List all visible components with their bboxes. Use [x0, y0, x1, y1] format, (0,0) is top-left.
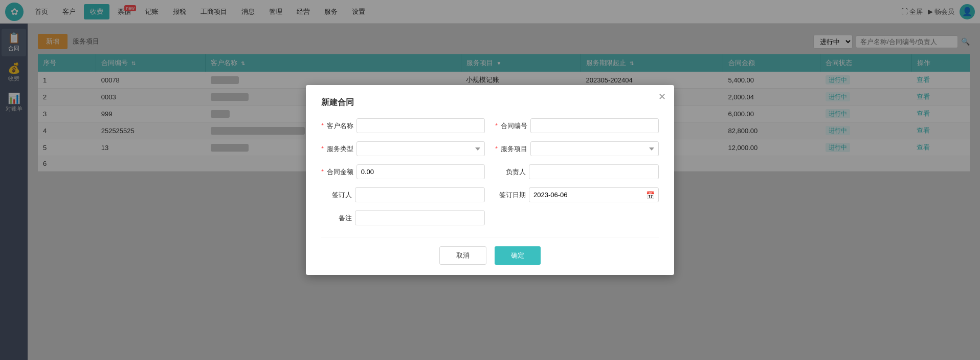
contract-no-input[interactable] [530, 118, 659, 133]
sign-date-label: 签订日期 [495, 190, 526, 200]
form-group-client: * 客户名称 [321, 118, 485, 133]
form-group-remark: 备注 [321, 210, 485, 225]
form-row-3: * 合同金额 负责人 [321, 164, 659, 179]
modal-title: 新建合同 [321, 97, 659, 108]
modal-dialog: ✕ 新建合同 * 客户名称 * 合同编号 [306, 85, 674, 275]
service-item-label: * 服务项目 [495, 144, 527, 154]
calendar-icon[interactable]: 📅 [646, 191, 655, 199]
signer-label: 签订人 [321, 190, 352, 200]
form-row-2: * 服务类型 * 服务项目 [321, 141, 659, 156]
sign-date-wrapper: 📅 [529, 187, 659, 202]
signer-input[interactable] [355, 187, 485, 202]
form-group-sign-date: 签订日期 📅 [495, 187, 659, 202]
client-label: * 客户名称 [321, 121, 353, 131]
form-row-1: * 客户名称 * 合同编号 [321, 118, 659, 133]
modal-overlay[interactable]: ✕ 新建合同 * 客户名称 * 合同编号 [0, 0, 980, 360]
responsible-label: 负责人 [495, 167, 526, 177]
form-group-service-type: * 服务类型 [321, 141, 485, 156]
amount-input[interactable] [357, 164, 485, 179]
form-group-amount: * 合同金额 [321, 164, 485, 179]
remark-input[interactable] [355, 210, 485, 225]
confirm-button[interactable]: 确定 [495, 246, 541, 265]
required-star-5: * [321, 168, 324, 176]
cancel-button[interactable]: 取消 [439, 246, 486, 265]
form-row-5: 备注 [321, 210, 659, 225]
form-group-signer: 签订人 [321, 187, 485, 202]
required-star-3: * [321, 145, 324, 153]
responsible-input[interactable] [529, 164, 659, 179]
service-type-select[interactable] [357, 141, 485, 156]
required-star-4: * [495, 145, 498, 153]
service-item-select[interactable] [530, 141, 659, 156]
form-group-service-item: * 服务项目 [495, 141, 659, 156]
form-row-4: 签订人 签订日期 📅 [321, 187, 659, 202]
service-type-label: * 服务类型 [321, 144, 353, 154]
modal-footer: 取消 确定 [321, 238, 659, 265]
required-star: * [321, 122, 324, 130]
form-group-contract-no: * 合同编号 [495, 118, 659, 133]
amount-label: * 合同金额 [321, 167, 353, 177]
remark-label: 备注 [321, 214, 352, 223]
form-group-responsible: 负责人 [495, 164, 659, 179]
contract-no-label: * 合同编号 [495, 121, 527, 131]
client-name-input[interactable] [357, 118, 485, 133]
modal-close-button[interactable]: ✕ [658, 92, 666, 101]
sign-date-input[interactable] [529, 187, 659, 202]
required-star-2: * [495, 122, 498, 130]
